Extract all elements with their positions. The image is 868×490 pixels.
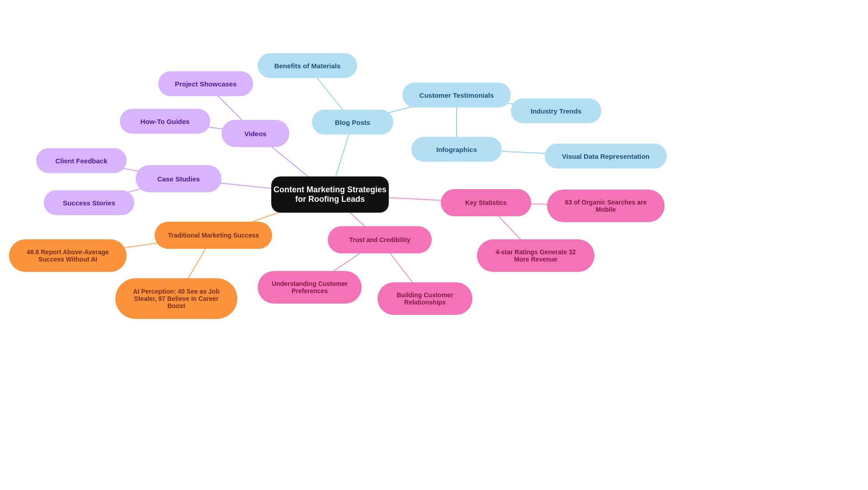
connections-svg	[0, 0, 868, 490]
node-trust: Trust and Credibility	[328, 226, 432, 253]
node-above-avg: 48.6 Report Above-Average Success Withou…	[9, 239, 127, 272]
node-project: Project Showcases	[158, 71, 253, 96]
node-case: Case Studies	[136, 165, 222, 192]
node-videos: Videos	[222, 120, 289, 147]
node-visual-data: Visual Data Representation	[545, 144, 667, 169]
node-howto: How-To Guides	[120, 109, 210, 134]
node-key-stats: Key Statistics	[441, 189, 531, 216]
node-building: Building Customer Relationships	[377, 282, 472, 315]
node-ai-perc: AI Perception: 40 See as Job Stealer, 97…	[115, 278, 237, 319]
node-understand: Understanding Customer Preferences	[258, 271, 362, 304]
node-success: Success Stories	[44, 190, 134, 215]
node-organic: 63 of Organic Searches are Mobile	[547, 190, 665, 222]
mindmap-canvas: Content Marketing Strategies for Roofing…	[0, 0, 868, 490]
node-benefits: Benefits of Materials	[258, 53, 357, 78]
node-customer-test: Customer Testimonials	[402, 83, 511, 108]
node-infographics: Infographics	[411, 137, 502, 162]
node-trad: Traditional Marketing Success	[155, 222, 272, 249]
node-blog: Blog Posts	[312, 110, 393, 135]
node-ratings: 4-star Ratings Generate 32 More Revenue	[477, 239, 594, 272]
node-client: Client Feedback	[36, 148, 127, 173]
node-center: Content Marketing Strategies for Roofing…	[271, 176, 389, 213]
node-industry: Industry Trends	[511, 99, 601, 124]
